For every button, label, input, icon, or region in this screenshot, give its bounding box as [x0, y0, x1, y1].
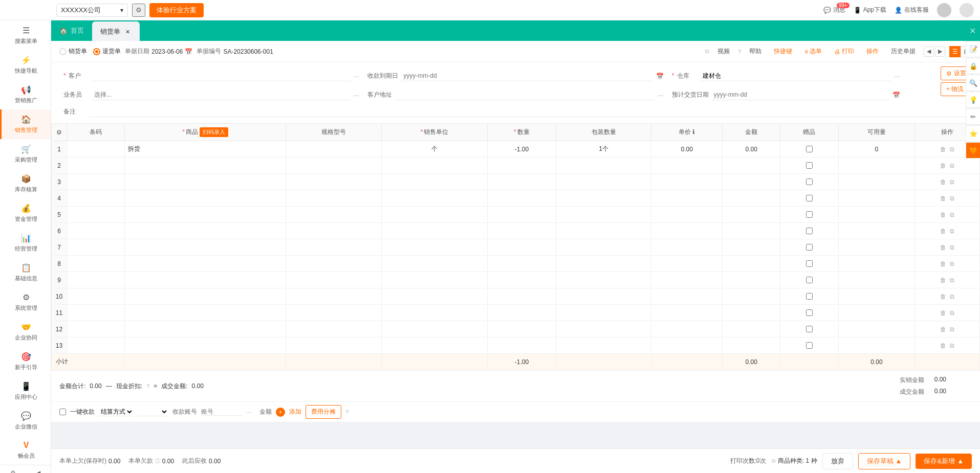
row-product-8[interactable] — [125, 272, 286, 288]
prev-btn[interactable]: ◀ — [924, 47, 934, 57]
copy-icon-11[interactable]: ⧉ — [950, 326, 954, 333]
row-qty-7[interactable] — [488, 256, 556, 272]
settlement-select[interactable]: 结算方式 — [99, 408, 134, 416]
row-unit-11[interactable] — [382, 321, 488, 337]
delete-icon-10[interactable]: 🗑 — [940, 309, 946, 317]
row-unit-7[interactable] — [382, 256, 488, 272]
sidebar-item-purchase[interactable]: 🛒 采购管理 — [0, 139, 51, 169]
row-unit-3[interactable] — [382, 190, 488, 207]
row-qty-4[interactable] — [488, 207, 556, 223]
row-spec-8[interactable] — [286, 272, 382, 288]
row-price-2[interactable] — [651, 174, 723, 190]
sidebar-item-app-center[interactable]: 📱 应用中心 — [0, 376, 51, 406]
gift-checkbox-1[interactable] — [806, 162, 813, 169]
right-panel-btn-7[interactable]: 🧡 — [966, 142, 980, 159]
delete-icon-11[interactable]: 🗑 — [940, 326, 946, 333]
row-product-11[interactable] — [125, 321, 286, 337]
row-barcode-2[interactable] — [67, 174, 125, 190]
row-qty-8[interactable] — [488, 272, 556, 288]
row-qty-9[interactable] — [488, 288, 556, 305]
row-unit-2[interactable] — [382, 174, 488, 190]
row-unit-12[interactable] — [382, 337, 488, 354]
row-qty-0[interactable]: -1.00 — [488, 141, 556, 157]
row-gift-8[interactable] — [780, 272, 838, 288]
tab-home[interactable]: 🏠 首页 — [51, 20, 92, 41]
gift-checkbox-0[interactable] — [806, 146, 813, 152]
row-unit-6[interactable] — [382, 239, 488, 256]
sidebar-item-sales[interactable]: 🏠 销售管理 — [0, 109, 51, 139]
row-amount-9[interactable] — [723, 288, 780, 305]
delete-icon-4[interactable]: 🗑 — [940, 211, 946, 218]
operation-btn[interactable]: 操作 — [862, 45, 883, 58]
row-qty-11[interactable] — [488, 321, 556, 337]
app-download-btn[interactable]: 📱 App下载 — [854, 6, 886, 14]
copy-icon-4[interactable]: ⧉ — [950, 211, 954, 218]
right-panel-btn-5[interactable]: ✏ — [966, 108, 980, 125]
row-gift-1[interactable] — [780, 157, 838, 174]
copy-icon-5[interactable]: ⧉ — [950, 228, 954, 235]
copy-icon-1[interactable]: ⧉ — [950, 162, 954, 169]
row-product-9[interactable] — [125, 288, 286, 305]
row-unit-8[interactable] — [382, 272, 488, 288]
sidebar-item-enterprise[interactable]: 🤝 企业协同 — [0, 317, 51, 347]
row-barcode-11[interactable] — [67, 321, 125, 337]
avatar[interactable] — [937, 3, 951, 17]
row-pkg-qty-6[interactable] — [556, 239, 651, 256]
row-amount-10[interactable] — [723, 305, 780, 321]
row-product-1[interactable] — [125, 157, 286, 174]
row-price-7[interactable] — [651, 256, 723, 272]
row-barcode-8[interactable] — [67, 272, 125, 288]
right-panel-btn-4[interactable]: 💡 — [966, 92, 980, 108]
trial-btn[interactable]: 体验行业方案 — [149, 3, 204, 17]
dots-icon[interactable]: ··· — [246, 409, 251, 416]
row-pkg-qty-5[interactable] — [556, 223, 651, 239]
row-unit-10[interactable] — [382, 305, 488, 321]
row-gift-5[interactable] — [780, 223, 838, 239]
window-close-icon[interactable]: ✕ — [969, 26, 976, 36]
customer-addr-input[interactable] — [396, 89, 655, 100]
row-gift-12[interactable] — [780, 337, 838, 354]
save-draft-btn[interactable]: 保存草稿 ▲ — [858, 453, 911, 469]
row-barcode-9[interactable] — [67, 288, 125, 305]
row-barcode-10[interactable] — [67, 305, 125, 321]
save-new-btn[interactable]: 保存&新增 ▲ — [916, 454, 972, 469]
row-barcode-7[interactable] — [67, 256, 125, 272]
row-amount-5[interactable] — [723, 223, 780, 239]
customer-input[interactable] — [92, 71, 351, 81]
sidebar-item-marketing[interactable]: 📢 营销推广 — [0, 80, 51, 109]
row-product-3[interactable] — [125, 190, 286, 207]
row-qty-3[interactable] — [488, 190, 556, 207]
payment-checkbox[interactable] — [59, 409, 66, 415]
row-product-5[interactable] — [125, 223, 286, 239]
row-price-5[interactable] — [651, 223, 723, 239]
copy-icon-9[interactable]: ⧉ — [950, 293, 954, 300]
row-spec-6[interactable] — [286, 239, 382, 256]
sidebar-item-search-order[interactable]: ☰ 搜索菜单 — [0, 20, 51, 50]
calendar-icon[interactable]: 📅 — [185, 48, 192, 55]
delete-icon-0[interactable]: 🗑 — [940, 146, 946, 153]
row-amount-6[interactable] — [723, 239, 780, 256]
row-pkg-qty-9[interactable] — [556, 288, 651, 305]
row-amount-8[interactable] — [723, 272, 780, 288]
settlement-type-select[interactable] — [138, 408, 168, 416]
row-pkg-qty-8[interactable] — [556, 272, 651, 288]
delete-icon-8[interactable]: 🗑 — [940, 277, 946, 284]
circle-icon[interactable]: ⊙ — [771, 457, 776, 464]
row-amount-3[interactable] — [723, 190, 780, 207]
row-pkg-qty-7[interactable] — [556, 256, 651, 272]
row-price-8[interactable] — [651, 272, 723, 288]
row-qty-10[interactable] — [488, 305, 556, 321]
delete-icon-5[interactable]: 🗑 — [940, 228, 946, 235]
settings-gear-btn[interactable]: ⚙ — [132, 4, 145, 17]
row-unit-0[interactable]: 个 — [382, 141, 488, 157]
row-spec-9[interactable] — [286, 288, 382, 305]
row-pkg-qty-3[interactable] — [556, 190, 651, 207]
row-pkg-qty-12[interactable] — [556, 337, 651, 354]
row-pkg-qty-2[interactable] — [556, 174, 651, 190]
right-panel-btn-3[interactable]: 🔍 — [966, 75, 980, 91]
row-qty-2[interactable] — [488, 174, 556, 190]
gift-checkbox-10[interactable] — [806, 309, 813, 316]
row-unit-5[interactable] — [382, 223, 488, 239]
note-input[interactable] — [89, 106, 968, 117]
tab-sales-order[interactable]: 销货单 ✕ — [92, 21, 140, 42]
